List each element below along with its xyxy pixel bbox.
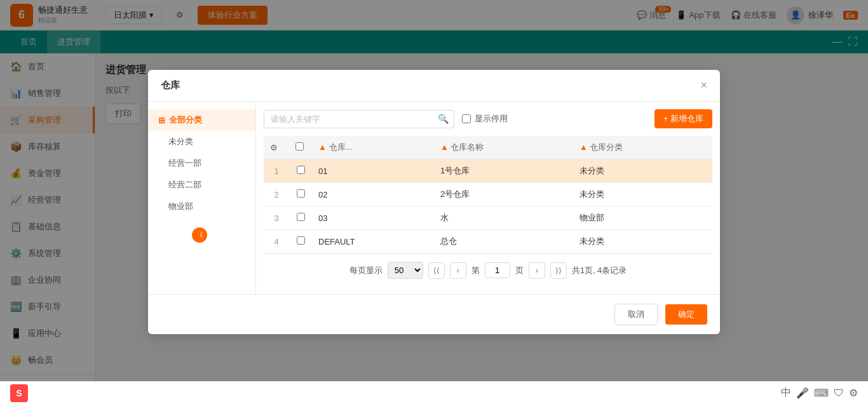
col-header-name: ▲ 仓库名称 bbox=[434, 136, 573, 159]
table-body: 1 01 1号仓库 未分类 2 02 2号仓库 未分类 3 03 水 物业部 4… bbox=[264, 159, 712, 253]
per-page-label: 每页显示 bbox=[349, 265, 383, 276]
cat-label-dept2: 经营二部 bbox=[168, 180, 201, 189]
modal-body: ⊞ 全部分类 未分类 经营一部 经营二部 物业部 《 bbox=[148, 102, 720, 294]
show-disabled-label[interactable]: 显示停用 bbox=[462, 113, 508, 125]
per-page-select[interactable]: 50 20 100 bbox=[388, 262, 423, 279]
row-gear: 1 bbox=[264, 159, 289, 183]
cat-label-property: 物业部 bbox=[168, 201, 193, 211]
row-num: 3 bbox=[274, 213, 278, 223]
table-row: 3 03 水 物业部 bbox=[264, 206, 712, 230]
collapse-panel-button[interactable]: 《 bbox=[192, 227, 207, 243]
total-info: 共1页, 4条记录 bbox=[572, 265, 627, 276]
col-header-category: ▲ 仓库分类 bbox=[573, 136, 712, 159]
category-panel: ⊞ 全部分类 未分类 经营一部 经营二部 物业部 《 bbox=[148, 102, 256, 294]
category-dept1[interactable]: 经营一部 bbox=[148, 152, 255, 174]
row-code: DEFAULT bbox=[312, 230, 434, 253]
col-header-check bbox=[289, 136, 312, 159]
col-header-code: ▲ 仓库... bbox=[312, 136, 434, 159]
gear-col-icon: ⚙ bbox=[270, 143, 278, 152]
table-header-row: ⚙ ▲ 仓库... ▲ bbox=[264, 136, 712, 159]
row-num: 4 bbox=[274, 237, 278, 246]
row-gear: 2 bbox=[264, 183, 289, 206]
last-page-button[interactable]: ⟩⟩ bbox=[550, 262, 567, 279]
confirm-button[interactable]: 确定 bbox=[665, 304, 707, 325]
row-category: 未分类 bbox=[573, 230, 712, 253]
row-gear: 4 bbox=[264, 230, 289, 253]
row-check[interactable] bbox=[289, 183, 312, 206]
bottom-icons: 中 🎤 ⌨ 🛡 ⚙ bbox=[781, 386, 858, 400]
cat-label-dept1: 经营一部 bbox=[168, 158, 201, 168]
table-row: 2 02 2号仓库 未分类 bbox=[264, 183, 712, 206]
modal-title: 仓库 bbox=[161, 79, 180, 91]
category-dept2[interactable]: 经营二部 bbox=[148, 174, 255, 196]
modal-overlay: 仓库 × ⊞ 全部分类 未分类 经营一部 经营二部 bbox=[0, 0, 868, 404]
cancel-button[interactable]: 取消 bbox=[614, 304, 658, 325]
show-disabled-text: 显示停用 bbox=[475, 113, 508, 125]
modal-header: 仓库 × bbox=[148, 70, 720, 102]
search-input[interactable] bbox=[264, 111, 433, 128]
cat-label-unclassified: 未分类 bbox=[168, 137, 193, 146]
select-all-checkbox[interactable] bbox=[295, 142, 304, 151]
config-icon[interactable]: ⚙ bbox=[849, 387, 858, 399]
warehouse-modal: 仓库 × ⊞ 全部分类 未分类 经营一部 经营二部 bbox=[148, 70, 720, 334]
col-header-gear: ⚙ bbox=[264, 136, 289, 159]
bottombar: S 中 🎤 ⌨ 🛡 ⚙ bbox=[0, 381, 868, 404]
sort-name-icon: ▲ bbox=[440, 142, 449, 152]
search-wrap: 🔍 bbox=[264, 110, 454, 128]
row-check[interactable] bbox=[289, 206, 312, 230]
table-container: ⚙ ▲ 仓库... ▲ bbox=[264, 136, 712, 253]
row-check[interactable] bbox=[289, 159, 312, 183]
row-name: 总仓 bbox=[434, 230, 573, 253]
row-num: 2 bbox=[274, 190, 278, 199]
show-disabled-checkbox[interactable] bbox=[462, 114, 471, 123]
category-unclassified[interactable]: 未分类 bbox=[148, 131, 255, 152]
table-toolbar: 🔍 显示停用 + 新增仓库 bbox=[264, 109, 712, 128]
row-code: 03 bbox=[312, 206, 434, 230]
row-category: 未分类 bbox=[573, 159, 712, 183]
pagination: 每页显示 50 20 100 ⟨⟨ ‹ 第 页 › ⟩⟩ 共1页, 4条记录 bbox=[264, 253, 712, 286]
table-head: ⚙ ▲ 仓库... ▲ bbox=[264, 136, 712, 159]
row-code: 02 bbox=[312, 183, 434, 206]
row-name: 1号仓库 bbox=[434, 159, 573, 183]
page-input[interactable] bbox=[485, 262, 510, 278]
prev-page-button[interactable]: ‹ bbox=[450, 262, 466, 279]
mic-icon[interactable]: 🎤 bbox=[796, 387, 809, 399]
row-check[interactable] bbox=[289, 230, 312, 253]
row-num: 1 bbox=[274, 166, 278, 176]
category-all-label: 全部分类 bbox=[169, 114, 202, 126]
row-category: 物业部 bbox=[573, 206, 712, 230]
bottom-logo: S bbox=[10, 384, 28, 402]
grid-icon: ⊞ bbox=[158, 116, 165, 125]
first-page-button[interactable]: ⟨⟨ bbox=[428, 262, 445, 279]
table-row: 4 DEFAULT 总仓 未分类 bbox=[264, 230, 712, 253]
keyboard-icon[interactable]: ⌨ bbox=[814, 387, 829, 399]
sort-up-icon: ▲ bbox=[318, 142, 327, 152]
table-panel: 🔍 显示停用 + 新增仓库 ⚙ bbox=[256, 102, 720, 294]
modal-close-button[interactable]: × bbox=[700, 79, 707, 92]
row-gear: 3 bbox=[264, 206, 289, 230]
category-all[interactable]: ⊞ 全部分类 bbox=[148, 109, 255, 131]
modal-footer: 取消 确定 bbox=[148, 294, 720, 334]
page-unit: 页 bbox=[515, 265, 524, 276]
lang-icon[interactable]: 中 bbox=[781, 386, 791, 400]
category-property[interactable]: 物业部 bbox=[148, 196, 255, 217]
row-category: 未分类 bbox=[573, 183, 712, 206]
row-name: 水 bbox=[434, 206, 573, 230]
sort-cat-icon: ▲ bbox=[580, 142, 588, 152]
row-code: 01 bbox=[312, 159, 434, 183]
search-button[interactable]: 🔍 bbox=[433, 114, 454, 124]
table-row: 1 01 1号仓库 未分类 bbox=[264, 159, 712, 183]
shield-icon[interactable]: 🛡 bbox=[834, 387, 844, 399]
row-name: 2号仓库 bbox=[434, 183, 573, 206]
add-warehouse-button[interactable]: + 新增仓库 bbox=[654, 109, 712, 128]
next-page-button[interactable]: › bbox=[529, 262, 545, 279]
warehouse-table: ⚙ ▲ 仓库... ▲ bbox=[264, 136, 712, 253]
page-label: 第 bbox=[471, 265, 480, 276]
